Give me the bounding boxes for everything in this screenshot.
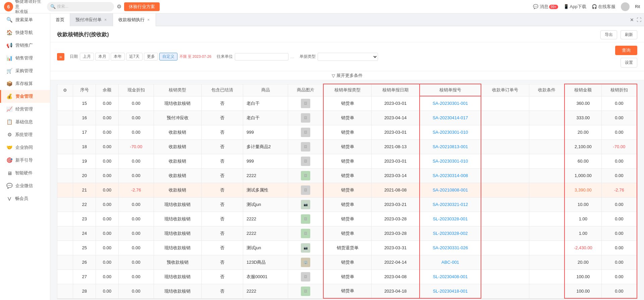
filter-toggle-btn[interactable]: » xyxy=(57,53,64,60)
cell-verify_bill_no[interactable]: SA-20230301-010 xyxy=(420,125,481,139)
cell-verify_bill_no[interactable]: SA-20230321-012 xyxy=(420,197,481,212)
cell-product: 999 xyxy=(243,125,288,139)
cell-verify_bill_no[interactable]: SA-20230314-008 xyxy=(420,168,481,183)
cell-verify_bill_type: 销货单 xyxy=(323,168,371,183)
user-avatar[interactable] xyxy=(621,2,630,11)
date-this-month[interactable]: 本月 xyxy=(95,53,109,60)
cell-verify_bill_no[interactable]: SA-20230301-001 xyxy=(420,96,481,111)
sidebar-item-采购管理[interactable]: 🛒采购管理 xyxy=(0,65,50,77)
cell-receipt_order_no xyxy=(481,197,529,212)
bill-no-link[interactable]: SA-20230301-010 xyxy=(433,130,468,135)
product-img: 🖼 xyxy=(301,113,310,123)
sidebar-item-搜索菜单[interactable]: 🔍搜索菜单 xyxy=(0,13,50,26)
cell-receipt_condition xyxy=(529,139,565,154)
cell-verify_bill_no[interactable]: ABC-001 xyxy=(420,255,481,269)
bill-no-link[interactable]: SA-20230301-010 xyxy=(433,159,468,164)
sidebar-item-企业微信[interactable]: 💬企业微信 xyxy=(0,179,50,192)
settings-icon[interactable]: ⚙ xyxy=(117,3,121,10)
receipt-type-select[interactable] xyxy=(318,53,378,61)
tab-收款核销执行[interactable]: 收款核销执行× xyxy=(113,13,156,26)
query-btn[interactable]: 查询 xyxy=(615,46,637,55)
expand-more-bar[interactable]: ▽ 展开更多条件 xyxy=(50,71,644,80)
date-custom[interactable]: 自定义 xyxy=(159,53,177,60)
sidebar-item-销售管理[interactable]: 📊销售管理 xyxy=(0,52,50,65)
tab-预付冲应付单[interactable]: 预付冲应付单× xyxy=(70,13,113,26)
export-btn[interactable]: 导出 xyxy=(600,30,617,39)
tab-close-icon[interactable]: × xyxy=(104,17,107,23)
message-link[interactable]: 💬 消息99+ xyxy=(533,4,558,10)
bill-no-link[interactable]: SA-20210813-001 xyxy=(433,144,468,149)
cell-verify_bill_type: 销货退货单 xyxy=(323,241,371,255)
sidebar-item-新手引导[interactable]: 🎯新手引导 xyxy=(0,154,50,167)
cell-verify_bill_no[interactable]: SL-20230418-001 xyxy=(420,284,481,298)
sidebar-item-库存核算[interactable]: 📦库存核算 xyxy=(0,77,50,90)
maximize-icon[interactable]: ⛶ xyxy=(637,17,641,23)
cell-verify_bill_no[interactable]: SL-20230328-001 xyxy=(420,212,481,226)
cell-verify_bill_no[interactable]: SA-20230301-010 xyxy=(420,154,481,168)
bill-no-link[interactable]: SA-20230414-017 xyxy=(433,115,468,120)
cell-verify_bill_type: 销货单 xyxy=(323,269,371,284)
cell-cash_discount: 0.00 xyxy=(118,269,154,284)
cell-verify_bill_type: 销货单 xyxy=(323,284,371,298)
refresh-btn[interactable]: 刷新 xyxy=(621,30,637,39)
cell-verify_bill_type: 销货单 xyxy=(323,154,371,168)
receipt-type-filter-group: 单据类型 xyxy=(300,53,378,61)
cell-product: 测试jun xyxy=(243,241,288,255)
cell-verify_bill_no[interactable]: SA-20210808-001 xyxy=(420,183,481,197)
sidebar-item-经营管理[interactable]: 📈经营管理 xyxy=(0,103,50,116)
cell-verify_type: 收款核销 xyxy=(154,154,201,168)
expand-label: 展开更多条件 xyxy=(336,73,363,79)
cell-verify_bill_no[interactable]: SA-20230331-026 xyxy=(420,241,481,255)
cell-verify_bill_no[interactable]: SA-20230414-017 xyxy=(420,111,481,125)
industry-btn[interactable]: 休验行业方案 xyxy=(124,2,160,11)
bill-no-link[interactable]: SL-20230328-001 xyxy=(433,216,468,221)
table-settings-icon[interactable]: ⚙ xyxy=(63,88,67,93)
cell-verify_amount: 1.00 xyxy=(565,226,601,241)
cell-seq: 20 xyxy=(73,168,96,183)
cell-receipt_order_no xyxy=(481,212,529,226)
close-window-icon[interactable]: ✕ xyxy=(630,17,634,23)
bill-no-link[interactable]: SL-20230328-002 xyxy=(433,231,468,236)
sidebar-item-企业协同[interactable]: 🤝企业协同 xyxy=(0,141,50,154)
cell-product: 多计量商品2 xyxy=(243,139,288,154)
sidebar-item-快捷导航[interactable]: 🏠快捷导航 xyxy=(0,26,50,39)
sidebar-item-营销推广[interactable]: 📢营销推广 xyxy=(0,39,50,52)
unit-input[interactable] xyxy=(235,53,288,60)
sidebar-item-系统管理[interactable]: ⚙系统管理 xyxy=(0,128,50,141)
app-download-link[interactable]: 📱 App下载 xyxy=(564,4,586,10)
sidebar-item-智能硬件[interactable]: 🖥智能硬件 xyxy=(0,167,50,179)
cell-verify_bill_no[interactable]: SL-20230328-002 xyxy=(420,226,481,241)
sidebar-item-畅会员[interactable]: V畅会员 xyxy=(0,192,50,205)
date-this-year[interactable]: 本年 xyxy=(111,53,125,60)
date-7days[interactable]: 近7天 xyxy=(126,53,143,60)
table-row: 180.00-70.00收款核销否多计量商品2🖼销货单2021-08-13SA-… xyxy=(57,139,637,154)
bill-no-link[interactable]: SL-20230418-001 xyxy=(433,289,468,294)
filter-settings-btn[interactable]: 设置 xyxy=(621,58,637,68)
bill-no-link[interactable]: SA-20230301-001 xyxy=(433,101,468,106)
online-service-link[interactable]: 🎧 在线客服 xyxy=(592,4,616,10)
date-label: 日期 xyxy=(70,54,78,59)
cell-balance: 0.00 xyxy=(96,139,119,154)
cell-balance: 0.00 xyxy=(96,197,119,212)
sidebar-item-基础信息[interactable]: 📋基础信息 xyxy=(0,116,50,128)
bill-no-link[interactable]: SL-20230408-001 xyxy=(433,274,468,279)
tab-close-icon[interactable]: × xyxy=(147,17,150,23)
bill-no-link[interactable]: SA-20210808-001 xyxy=(433,187,468,192)
bill-no-link[interactable]: SA-20230314-008 xyxy=(433,173,468,178)
tab-首页[interactable]: 首页 xyxy=(50,13,70,26)
cell-verify_amount: 1,000.00 xyxy=(565,168,601,183)
cell-verify_bill_no[interactable]: SL-20230408-001 xyxy=(420,269,481,284)
date-last-month[interactable]: 上月 xyxy=(80,53,94,60)
bill-no-link[interactable]: SA-20230321-012 xyxy=(433,202,468,207)
cell-verify_amount: 100.00 xyxy=(565,284,601,298)
bill-no-link[interactable]: ABC-001 xyxy=(441,260,459,265)
top-search[interactable]: 🔍 搜索... xyxy=(47,2,114,11)
cell-verify_bill_no[interactable]: SA-20210813-001 xyxy=(420,139,481,154)
cell-receipt_condition xyxy=(529,269,565,284)
sidebar-item-资金管理[interactable]: 💰资金管理 xyxy=(0,90,50,103)
cell-product_img: 🖼 xyxy=(288,111,324,125)
col-header-product_img: 商品图片 xyxy=(288,84,324,96)
bill-no-link[interactable]: SA-20230331-026 xyxy=(433,245,468,250)
date-more[interactable]: 更多 xyxy=(144,53,158,60)
date-btn-group: 上月 本月 本年 近7天 更多 自定义 xyxy=(80,53,177,60)
